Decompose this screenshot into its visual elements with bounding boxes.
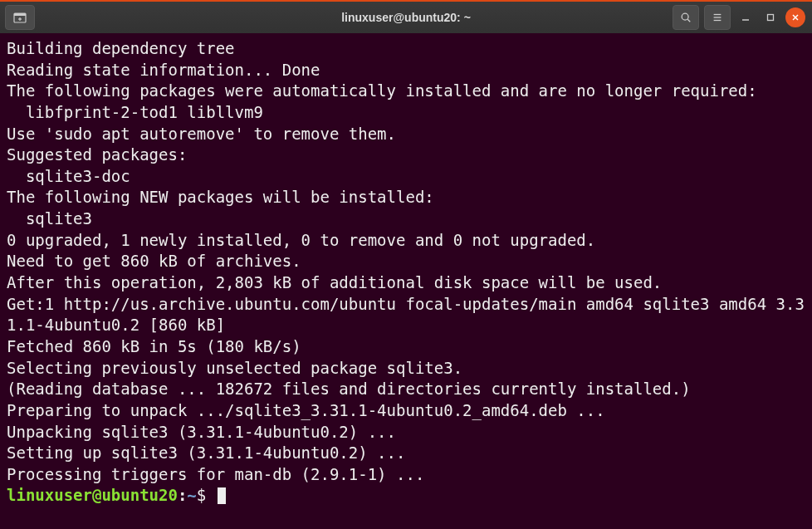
window-title: linuxuser@ubuntu20: ~ [341, 11, 471, 24]
prompt-symbol: $ [197, 486, 206, 504]
prompt-path: ~ [187, 486, 196, 504]
terminal-output: Building dependency tree Reading state i… [7, 38, 805, 485]
new-tab-button[interactable] [5, 5, 35, 30]
cursor [218, 487, 226, 504]
terminal-area[interactable]: Building dependency tree Reading state i… [0, 33, 812, 512]
minimize-button[interactable] [736, 7, 756, 27]
hamburger-icon [712, 12, 723, 23]
svg-line-5 [687, 19, 690, 22]
titlebar-right [673, 5, 812, 30]
menu-button[interactable] [704, 5, 731, 30]
search-button[interactable] [673, 5, 699, 30]
svg-rect-1 [14, 13, 26, 16]
close-icon [791, 13, 800, 22]
svg-rect-10 [768, 15, 774, 21]
titlebar: linuxuser@ubuntu20: ~ [0, 0, 812, 33]
close-button[interactable] [785, 7, 805, 27]
new-tab-icon [13, 11, 27, 24]
svg-point-4 [682, 13, 688, 20]
maximize-icon [766, 13, 775, 22]
titlebar-left [0, 5, 35, 30]
search-icon [680, 12, 692, 23]
prompt-user-host: linuxuser@ubuntu20 [7, 486, 178, 504]
minimize-icon [741, 13, 750, 22]
prompt-colon: : [178, 486, 187, 504]
maximize-button[interactable] [761, 7, 780, 27]
